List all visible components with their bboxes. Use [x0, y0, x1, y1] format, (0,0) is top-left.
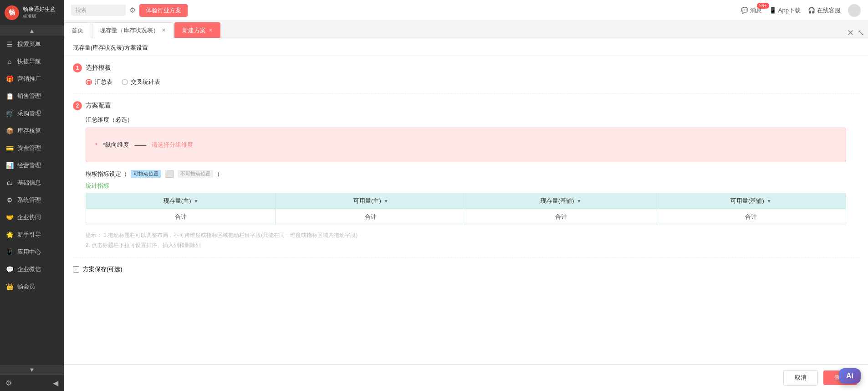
- radio-summary[interactable]: 汇总表: [86, 78, 112, 86]
- marketing-icon: 🎁: [5, 75, 14, 83]
- dimension-selection-box[interactable]: * *纵向维度 —— 请选择分组维度: [86, 128, 846, 162]
- sidebar-item-finance[interactable]: 💳 资金管理: [0, 139, 64, 157]
- search-menu-icon: ☰: [5, 40, 14, 48]
- sidebar-item-member[interactable]: 👑 畅会员: [0, 278, 64, 295]
- user-avatar[interactable]: [848, 4, 861, 17]
- sidebar-item-newbie[interactable]: 🌟 新手引导: [0, 226, 64, 243]
- ai-float-button[interactable]: Ai: [839, 368, 861, 384]
- industry-solution-button[interactable]: 体验行业方案: [139, 4, 188, 17]
- newbie-icon: 🌟: [5, 231, 14, 239]
- col-current-main[interactable]: 现存量(主) ▼: [86, 193, 276, 209]
- collapse-sidebar-icon[interactable]: ◀: [53, 379, 58, 387]
- tab-close-btn[interactable]: ✕: [847, 28, 854, 38]
- metrics-table-header: 现存量(主) ▼ 可用量(主) ▼ 现存量(基辅) ▼ 可用量(基辅): [86, 193, 846, 209]
- save-option-label: 方案保存(可选): [83, 265, 123, 273]
- sidebar-item-shortcut[interactable]: ⌂ 快捷导航: [0, 53, 64, 70]
- settings-footer-icon[interactable]: ⚙: [5, 379, 12, 387]
- cell-0-3: 合计: [656, 209, 846, 225]
- radio-summary-circle: [86, 79, 92, 85]
- sidebar-item-apps[interactable]: 📱 应用中心: [0, 243, 64, 261]
- cancel-button[interactable]: 取消: [783, 370, 818, 386]
- required-mark: *: [95, 142, 97, 149]
- tab-inventory-close-icon[interactable]: ✕: [162, 27, 166, 33]
- save-checkbox[interactable]: [73, 266, 79, 273]
- tab-new-scheme-close-icon[interactable]: ✕: [209, 27, 213, 33]
- system-icon: ⚙: [5, 196, 14, 204]
- section1-number: 1: [73, 63, 82, 72]
- stats-title-label: 统计指标: [86, 182, 859, 190]
- sidebar-item-enterprise[interactable]: 🤝 企业协同: [0, 209, 64, 226]
- section2-header: 2 方案配置: [73, 101, 859, 110]
- brand-logo: 畅: [5, 5, 19, 20]
- section-config: 2 方案配置 汇总维度（必选） * *纵向维度 —— 请选择分组维度 模板指标设…: [73, 101, 859, 250]
- metrics-table-row: 合计 合计 合计 合计: [86, 209, 846, 225]
- col3-chevron-icon: ▼: [767, 199, 771, 204]
- section2-number: 2: [73, 101, 82, 110]
- app-download-button[interactable]: 📱 App下载: [769, 6, 801, 15]
- sidebar-item-system[interactable]: ⚙ 系统管理: [0, 191, 64, 209]
- section2-title: 方案配置: [86, 102, 111, 110]
- sidebar-item-wechat[interactable]: 💬 企业微信: [0, 261, 64, 278]
- radio-cross-circle: [122, 79, 128, 85]
- brand-name: 畅康通好生意: [23, 6, 56, 13]
- metrics-config-label: 模板指标设定（ 可拖动位置 ⬜ 不可拖动位置 ）: [86, 170, 859, 178]
- action-bar: 取消 查询: [64, 364, 868, 391]
- operations-icon: 📊: [5, 161, 14, 170]
- main-area: 搜索 ⚙ 体验行业方案 💬 消息 99+ 📱 App下载 🎧 在线客服 首: [64, 0, 868, 391]
- enterprise-icon: 🤝: [5, 213, 14, 221]
- hint-area: 提示： 1.拖动标题栏可以调整布局，不可跨维度或指标区域拖动栏目字段(只能在同一…: [86, 231, 846, 250]
- page-wrapper: 现存量(库存状况表)方案设置 1 选择模板 汇总表 交叉统计表: [64, 38, 868, 391]
- topbar-gear-icon[interactable]: ⚙: [129, 6, 136, 15]
- tab-home[interactable]: 首页: [64, 22, 91, 38]
- sidebar-item-sales[interactable]: 📋 销售管理: [0, 87, 64, 105]
- inventory-icon: 📦: [5, 127, 14, 135]
- topbar: 搜索 ⚙ 体验行业方案 💬 消息 99+ 📱 App下载 🎧 在线客服: [64, 0, 868, 21]
- template-options: 汇总表 交叉统计表: [86, 78, 859, 86]
- topbar-search-box[interactable]: 搜索: [71, 5, 126, 16]
- message-icon: 💬: [741, 7, 748, 14]
- section1-header: 1 选择模板: [73, 63, 859, 72]
- member-icon: 👑: [5, 283, 14, 291]
- sidebar-item-basics[interactable]: 🗂 基础信息: [0, 174, 64, 191]
- sidebar-scroll-up[interactable]: ▲: [0, 26, 64, 36]
- col0-chevron-icon: ▼: [194, 199, 199, 204]
- sidebar-item-search[interactable]: ☰ 搜索菜单: [0, 36, 64, 53]
- sidebar-footer: ⚙ ◀: [0, 375, 64, 391]
- sidebar-nav: ☰ 搜索菜单 ⌂ 快捷导航 🎁 营销推广 📋 销售管理 🛒 采购管理 📦 库存核…: [0, 36, 64, 365]
- tabs-controls: ✕ ⤡: [847, 28, 868, 38]
- sidebar-item-operations[interactable]: 📊 经营管理: [0, 157, 64, 174]
- sales-icon: 📋: [5, 92, 14, 100]
- brand-edition: 标准版: [23, 13, 56, 20]
- radio-cross[interactable]: 交叉统计表: [122, 78, 160, 86]
- section1-title: 选择模板: [86, 64, 111, 72]
- tab-inventory-status[interactable]: 现存量（库存状况表） ✕: [92, 22, 174, 38]
- apps-icon: 📱: [5, 248, 14, 256]
- section-divider-1: [73, 93, 859, 94]
- vertical-dimension-label: *纵向维度: [103, 141, 129, 149]
- sidebar-item-marketing[interactable]: 🎁 营销推广: [0, 70, 64, 87]
- message-badge: 99+: [757, 3, 769, 9]
- sidebar-scroll-down[interactable]: ▼: [0, 365, 64, 375]
- sidebar-item-inventory[interactable]: 📦 库存核算: [0, 122, 64, 139]
- non-draggable-icon: ⬜: [165, 170, 174, 178]
- dimension-dash: ——: [134, 142, 146, 149]
- non-draggable-badge: 不可拖动位置: [178, 170, 213, 178]
- messages-button[interactable]: 💬 消息 99+: [741, 6, 762, 15]
- dimension-required-label: 汇总维度（必选）: [86, 116, 859, 124]
- brand-area: 畅 畅康通好生意 标准版: [0, 0, 64, 26]
- online-service-button[interactable]: 🎧 在线客服: [808, 6, 841, 15]
- tab-new-scheme[interactable]: 新建方案 ✕: [174, 22, 220, 38]
- draggable-badge: 可拖动位置: [131, 170, 161, 178]
- headset-icon: 🎧: [808, 7, 815, 14]
- col-available-main[interactable]: 可用量(主) ▼: [276, 193, 466, 209]
- topbar-right: 💬 消息 99+ 📱 App下载 🎧 在线客服: [741, 4, 861, 17]
- save-option-row: 方案保存(可选): [73, 265, 859, 273]
- tab-expand-btn[interactable]: ⤡: [858, 28, 864, 38]
- content-area: 现存量(库存状况表)方案设置 1 选择模板 汇总表 交叉统计表: [64, 38, 868, 391]
- section-template: 1 选择模板 汇总表 交叉统计表: [73, 63, 859, 86]
- basics-icon: 🗂: [5, 179, 14, 187]
- cell-0-1: 合计: [276, 209, 466, 225]
- sidebar-item-purchase[interactable]: 🛒 采购管理: [0, 105, 64, 122]
- col-available-aux[interactable]: 可用量(基辅) ▼: [656, 193, 846, 209]
- col-current-aux[interactable]: 现存量(基辅) ▼: [466, 193, 656, 209]
